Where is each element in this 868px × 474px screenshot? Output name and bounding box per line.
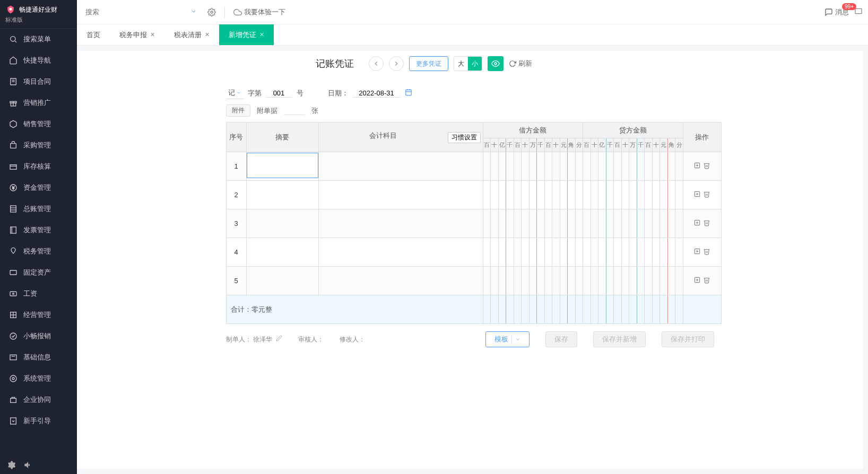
amount-digit-cell[interactable]	[637, 209, 645, 238]
amount-digit-cell[interactable]	[606, 238, 614, 267]
amount-digit-cell[interactable]	[529, 181, 537, 209]
refresh-button[interactable]: 刷新	[509, 59, 532, 68]
close-icon[interactable]: ✕	[150, 31, 155, 38]
amount-digit-cell[interactable]	[614, 181, 622, 209]
amount-digit-cell[interactable]	[675, 152, 683, 181]
more-vouchers-button[interactable]: 更多凭证	[409, 56, 448, 71]
sidebar-item-7[interactable]: ¥资金管理	[0, 177, 77, 198]
amount-digit-cell[interactable]	[506, 209, 514, 238]
amount-digit-cell[interactable]	[498, 152, 506, 181]
sidebar-item-1[interactable]: 快捷导航	[0, 50, 77, 71]
amount-digit-cell[interactable]	[544, 238, 552, 267]
amount-digit-cell[interactable]	[621, 209, 629, 238]
subject-cell[interactable]	[318, 181, 483, 209]
attach-button[interactable]: 附件	[226, 104, 250, 117]
delete-row-icon[interactable]	[703, 276, 710, 285]
amount-digit-cell[interactable]	[483, 238, 491, 267]
delete-row-icon[interactable]	[703, 190, 710, 199]
amount-digit-cell[interactable]	[483, 152, 491, 181]
sidebar-item-9[interactable]: 发票管理	[0, 220, 77, 241]
amount-digit-cell[interactable]	[560, 152, 568, 181]
tab-2[interactable]: 税表清册✕	[164, 24, 219, 45]
amount-digit-cell[interactable]	[598, 238, 606, 267]
amount-digit-cell[interactable]	[552, 152, 560, 181]
preview-button[interactable]	[488, 56, 504, 71]
amount-digit-cell[interactable]	[575, 209, 583, 238]
voucher-date-input[interactable]	[353, 89, 401, 98]
amount-digit-cell[interactable]	[537, 152, 545, 181]
sidebar-item-18[interactable]: 新手引导	[0, 410, 77, 432]
amount-digit-cell[interactable]	[645, 152, 653, 181]
amount-digit-cell[interactable]	[522, 152, 530, 181]
amount-digit-cell[interactable]	[529, 267, 537, 295]
calendar-icon[interactable]	[405, 89, 412, 98]
amount-digit-cell[interactable]	[583, 181, 591, 209]
subject-cell[interactable]	[318, 238, 483, 267]
amount-digit-cell[interactable]	[591, 267, 598, 295]
amount-digit-cell[interactable]	[498, 238, 506, 267]
summary-cell[interactable]	[246, 267, 318, 295]
amount-digit-cell[interactable]	[583, 267, 591, 295]
amount-digit-cell[interactable]	[506, 267, 514, 295]
amount-digit-cell[interactable]	[522, 267, 530, 295]
amount-digit-cell[interactable]	[560, 238, 568, 267]
amount-digit-cell[interactable]	[629, 152, 637, 181]
subject-cell[interactable]	[318, 267, 483, 295]
sidebar-item-16[interactable]: 系统管理	[0, 368, 77, 389]
delete-row-icon[interactable]	[703, 248, 710, 257]
template-button[interactable]: 模板	[485, 331, 530, 347]
amount-digit-cell[interactable]	[552, 267, 560, 295]
amount-digit-cell[interactable]	[614, 238, 622, 267]
delete-row-icon[interactable]	[703, 219, 710, 228]
amount-digit-cell[interactable]	[645, 181, 653, 209]
delete-row-icon[interactable]	[703, 162, 710, 171]
amount-digit-cell[interactable]	[498, 181, 506, 209]
amount-digit-cell[interactable]	[568, 209, 576, 238]
amount-digit-cell[interactable]	[514, 267, 522, 295]
amount-digit-cell[interactable]	[537, 238, 545, 267]
messages-button[interactable]: 消息 99+	[824, 7, 849, 17]
amount-digit-cell[interactable]	[544, 267, 552, 295]
close-icon[interactable]: ✕	[259, 31, 264, 38]
amount-digit-cell[interactable]	[483, 181, 491, 209]
settings-footer-icon[interactable]	[6, 460, 16, 470]
sidebar-item-14[interactable]: 小畅报销	[0, 326, 77, 347]
add-row-icon[interactable]	[693, 190, 701, 199]
amount-digit-cell[interactable]	[560, 267, 568, 295]
subject-cell[interactable]	[318, 152, 483, 181]
amount-digit-cell[interactable]	[591, 181, 598, 209]
amount-digit-cell[interactable]	[675, 267, 683, 295]
amount-digit-cell[interactable]	[614, 267, 622, 295]
sidebar-item-15[interactable]: 基础信息	[0, 347, 77, 368]
save-new-button[interactable]: 保存并新增	[593, 331, 646, 347]
sidebar-item-11[interactable]: 固定资产	[0, 262, 77, 283]
sidebar-item-3[interactable]: 营销推广	[0, 92, 77, 113]
size-small-button[interactable]: 小	[468, 57, 482, 71]
sidebar-item-4[interactable]: 销售管理	[0, 113, 77, 135]
sidebar-item-2[interactable]: 项目合同	[0, 71, 77, 92]
summary-input[interactable]	[247, 153, 318, 178]
amount-digit-cell[interactable]	[491, 209, 499, 238]
amount-digit-cell[interactable]	[568, 181, 576, 209]
amount-digit-cell[interactable]	[552, 238, 560, 267]
amount-digit-cell[interactable]	[498, 267, 506, 295]
amount-digit-cell[interactable]	[606, 181, 614, 209]
amount-digit-cell[interactable]	[667, 181, 675, 209]
amount-digit-cell[interactable]	[621, 152, 629, 181]
amount-digit-cell[interactable]	[629, 209, 637, 238]
amount-digit-cell[interactable]	[544, 209, 552, 238]
amount-digit-cell[interactable]	[522, 209, 530, 238]
amount-digit-cell[interactable]	[652, 238, 660, 267]
amount-digit-cell[interactable]	[575, 152, 583, 181]
amount-digit-cell[interactable]	[652, 181, 660, 209]
sidebar-item-0[interactable]: 搜索菜单	[0, 29, 77, 50]
amount-digit-cell[interactable]	[575, 238, 583, 267]
amount-digit-cell[interactable]	[637, 267, 645, 295]
amount-digit-cell[interactable]	[621, 181, 629, 209]
amount-digit-cell[interactable]	[552, 181, 560, 209]
amount-digit-cell[interactable]	[606, 152, 614, 181]
amount-digit-cell[interactable]	[529, 152, 537, 181]
amount-digit-cell[interactable]	[498, 209, 506, 238]
amount-digit-cell[interactable]	[652, 209, 660, 238]
amount-digit-cell[interactable]	[583, 209, 591, 238]
